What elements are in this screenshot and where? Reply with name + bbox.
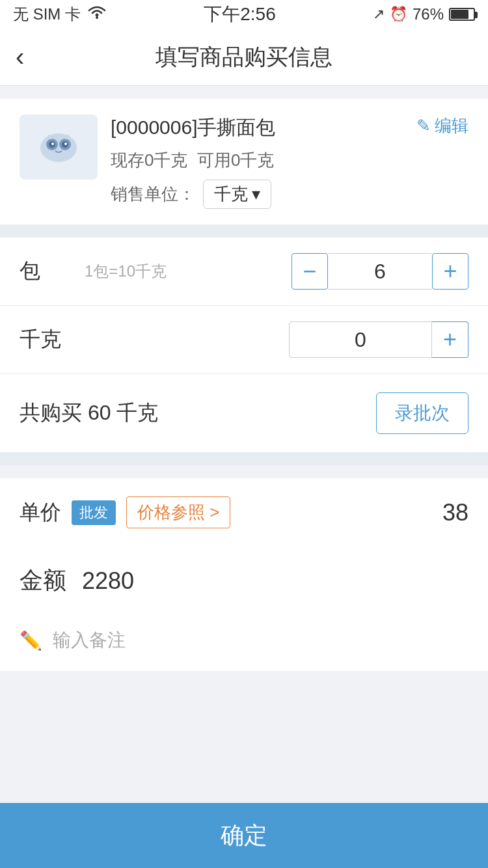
carrier-text: 无 SIM 卡 — [13, 4, 81, 25]
qianke-plus-button[interactable]: + — [432, 321, 468, 358]
product-name: [0000006]手撕面包 — [111, 115, 468, 141]
amount-label: 金额 — [20, 565, 66, 597]
product-stock: 现存0千克 可用0千克 — [111, 149, 468, 172]
product-info: [0000006]手撕面包 现存0千克 可用0千克 销售单位： 千克 ▾ — [111, 115, 468, 209]
location-icon: ↗ — [373, 6, 385, 23]
edit-icon: ✎ — [416, 116, 431, 136]
input-section: 包 1包=10千克 − + 千克 + — [0, 237, 488, 374]
qianke-input-row: 千克 + — [0, 306, 488, 374]
section-divider-1 — [0, 224, 488, 237]
remark-placeholder: 输入备注 — [53, 628, 126, 653]
price-section: 单价 批发 价格参照 > 38 — [0, 478, 488, 547]
bao-label: 包 — [20, 257, 72, 286]
confirm-button-label: 确定 — [221, 820, 267, 852]
chevron-down-icon: ▾ — [252, 184, 260, 204]
product-thumbnail — [20, 115, 98, 180]
bao-qty-control: − + — [291, 253, 468, 290]
nav-bar: ‹ 填写商品购买信息 — [0, 29, 488, 86]
page-title: 填写商品购买信息 — [156, 42, 332, 72]
bao-minus-button[interactable]: − — [291, 253, 328, 290]
qianke-quantity-input[interactable] — [289, 321, 432, 358]
amount-row: 金额 2280 — [0, 547, 488, 615]
battery-percent: 76% — [413, 5, 444, 23]
amount-value: 2280 — [82, 567, 134, 595]
battery-icon — [449, 8, 475, 21]
summary-row: 共购买 60 千克 录批次 — [0, 374, 488, 452]
status-left: 无 SIM 卡 — [13, 4, 107, 25]
svg-point-7 — [64, 142, 67, 145]
price-reference-button[interactable]: 价格参照 > — [126, 496, 230, 528]
unit-select[interactable]: 千克 ▾ — [203, 180, 271, 209]
svg-point-1 — [40, 133, 77, 162]
summary-text: 共购买 60 千克 — [20, 399, 158, 427]
price-value: 38 — [442, 499, 468, 526]
pencil-icon: ✏️ — [20, 630, 42, 651]
batch-button[interactable]: 录批次 — [376, 392, 468, 434]
unit-label: 销售单位： — [111, 183, 195, 206]
section-divider-2 — [0, 452, 488, 465]
svg-point-6 — [51, 142, 54, 145]
qianke-label: 千克 — [20, 325, 72, 354]
back-button[interactable]: ‹ — [16, 42, 24, 72]
bao-quantity-input[interactable] — [328, 253, 432, 290]
product-logo-icon — [36, 125, 81, 170]
alarm-icon: ⏰ — [390, 6, 407, 23]
qianke-qty-control: + — [289, 321, 468, 358]
status-time: 下午2:56 — [204, 2, 276, 27]
edit-button[interactable]: ✎ 编辑 — [416, 115, 468, 137]
status-bar: 无 SIM 卡 下午2:56 ↗ ⏰ 76% — [0, 0, 488, 29]
price-label: 单价 — [20, 498, 61, 527]
product-unit-row: 销售单位： 千克 ▾ — [111, 180, 468, 209]
wifi-icon — [87, 5, 107, 23]
remark-row[interactable]: ✏️ 输入备注 — [0, 615, 488, 671]
status-right: ↗ ⏰ 76% — [373, 5, 475, 23]
product-card: [0000006]手撕面包 现存0千克 可用0千克 销售单位： 千克 ▾ ✎ 编… — [0, 99, 488, 224]
bao-hint: 1包=10千克 — [85, 261, 278, 282]
svg-point-0 — [96, 16, 98, 19]
bao-input-row: 包 1包=10千克 − + — [0, 237, 488, 306]
bao-plus-button[interactable]: + — [432, 253, 468, 290]
confirm-bar[interactable]: 确定 — [0, 803, 488, 868]
price-batch-tag: 批发 — [72, 500, 116, 525]
